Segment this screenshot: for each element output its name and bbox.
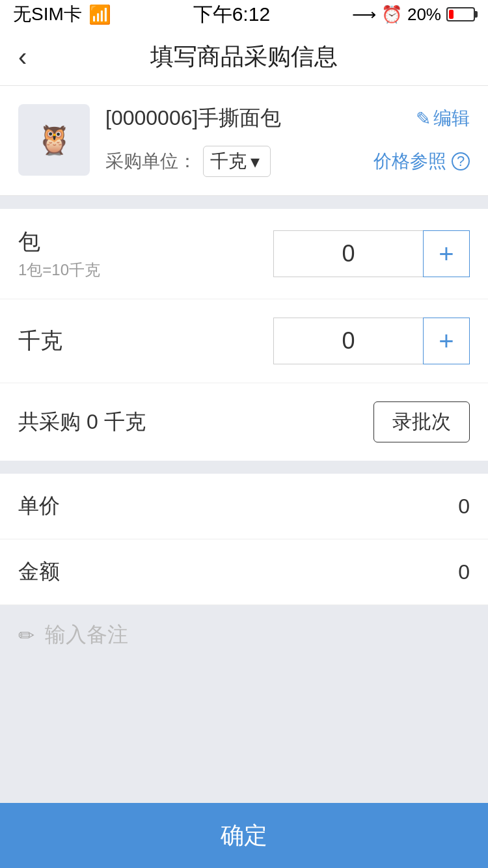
unit-price-row: 单价 0 bbox=[0, 474, 488, 539]
kg-input-control: + bbox=[273, 318, 470, 364]
section-divider-2 bbox=[0, 461, 488, 474]
price-info-section: 单价 0 金额 0 bbox=[0, 474, 488, 605]
bag-input-control: + bbox=[273, 230, 470, 277]
unit-value: 千克 bbox=[210, 149, 247, 174]
pencil-icon: ✏ bbox=[18, 624, 34, 647]
unit-label: 采购单位： bbox=[105, 149, 197, 174]
wifi-icon: 📶 bbox=[88, 4, 111, 25]
edit-label: 编辑 bbox=[433, 106, 470, 131]
amount-value: 0 bbox=[458, 560, 470, 584]
input-section: 包 1包=10千克 + 千克 + 共采购 0 千克 录批次 bbox=[0, 209, 488, 461]
dropdown-arrow-icon: ▾ bbox=[251, 151, 260, 172]
bag-label-group: 包 1包=10千克 bbox=[18, 227, 100, 280]
status-left: 无SIM卡 📶 bbox=[13, 2, 111, 27]
price-ref-label: 价格参照 bbox=[373, 149, 446, 174]
kg-label-group: 千克 bbox=[18, 326, 83, 356]
bag-input-row: 包 1包=10千克 + bbox=[0, 209, 488, 299]
edit-button[interactable]: ✎ 编辑 bbox=[416, 106, 470, 131]
kg-quantity-input[interactable] bbox=[273, 318, 423, 364]
record-batch-button[interactable]: 录批次 bbox=[373, 401, 470, 442]
location-icon: ⟶ bbox=[352, 5, 376, 25]
status-right: ⟶ ⏰ 20% bbox=[352, 5, 475, 25]
kg-input-row: 千克 + bbox=[0, 299, 488, 383]
unit-price-value: 0 bbox=[458, 495, 470, 519]
carrier-label: 无SIM卡 bbox=[13, 2, 82, 27]
summary-row: 共采购 0 千克 录批次 bbox=[0, 383, 488, 461]
page-title: 填写商品采购信息 bbox=[150, 41, 338, 73]
notes-section[interactable]: ✏ 输入备注 bbox=[0, 605, 488, 665]
kg-unit-name: 千克 bbox=[18, 326, 83, 356]
price-ref-button[interactable]: 价格参照 ? bbox=[373, 149, 470, 174]
product-image: 🦉 bbox=[18, 104, 90, 176]
help-icon[interactable]: ? bbox=[452, 152, 470, 170]
amount-label: 金额 bbox=[18, 558, 60, 586]
back-button[interactable]: ‹ bbox=[18, 42, 27, 72]
confirm-button[interactable]: 确定 bbox=[0, 803, 488, 868]
kg-plus-button[interactable]: + bbox=[423, 318, 470, 364]
nav-bar: ‹ 填写商品采购信息 bbox=[0, 29, 488, 86]
bag-unit-sub: 1包=10千克 bbox=[18, 260, 100, 280]
summary-text: 共采购 0 千克 bbox=[18, 408, 146, 437]
product-header: [0000006]手撕面包 ✎ 编辑 bbox=[105, 104, 470, 133]
product-info: [0000006]手撕面包 ✎ 编辑 采购单位： 千克 ▾ 价格参照 ? bbox=[105, 104, 470, 177]
amount-row: 金额 0 bbox=[0, 539, 488, 605]
alarm-icon: ⏰ bbox=[381, 5, 402, 25]
battery-percent: 20% bbox=[407, 5, 441, 25]
notes-placeholder: 输入备注 bbox=[45, 621, 128, 649]
section-divider-1 bbox=[0, 196, 488, 209]
help-label: ? bbox=[457, 153, 465, 170]
battery-fill bbox=[449, 10, 454, 19]
bag-quantity-input[interactable] bbox=[273, 230, 423, 277]
bag-plus-button[interactable]: + bbox=[423, 230, 470, 277]
product-card: 🦉 [0000006]手撕面包 ✎ 编辑 采购单位： 千克 ▾ 价格参照 ? bbox=[0, 86, 488, 196]
battery-icon bbox=[446, 7, 475, 21]
bag-unit-name: 包 bbox=[18, 227, 100, 257]
unit-selector-group: 采购单位： 千克 ▾ bbox=[105, 146, 271, 177]
product-name: [0000006]手撕面包 bbox=[105, 104, 281, 133]
status-bar: 无SIM卡 📶 下午6:12 ⟶ ⏰ 20% bbox=[0, 0, 488, 29]
status-time: 下午6:12 bbox=[193, 1, 270, 28]
product-unit-row: 采购单位： 千克 ▾ 价格参照 ? bbox=[105, 146, 470, 177]
unit-price-label: 单价 bbox=[18, 492, 60, 521]
product-logo-icon: 🦉 bbox=[36, 123, 72, 157]
edit-icon: ✎ bbox=[416, 108, 431, 129]
unit-dropdown[interactable]: 千克 ▾ bbox=[203, 146, 271, 177]
